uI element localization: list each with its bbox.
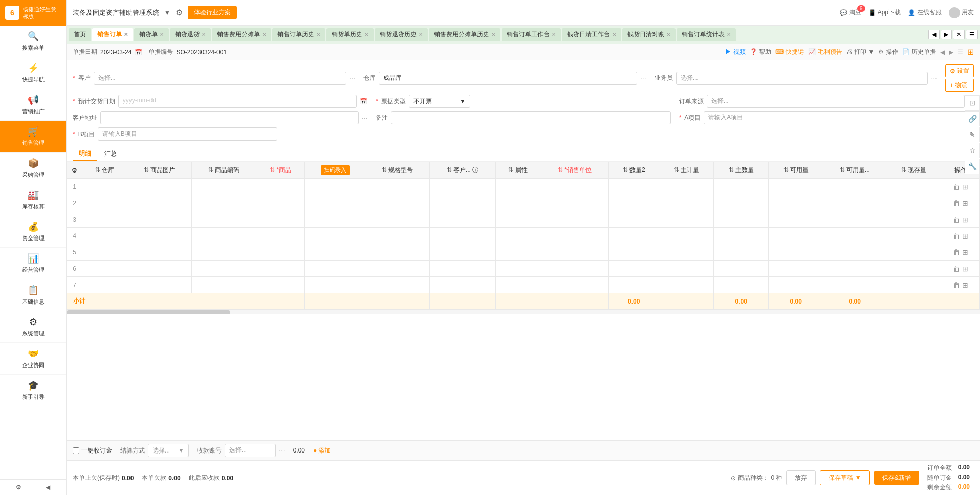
cell-spec-3[interactable]	[365, 211, 429, 228]
service-item[interactable]: 👤 在线客服	[908, 8, 942, 17]
rfloat-btn-2[interactable]: 🔗	[965, 111, 980, 126]
cell-code-2[interactable]	[191, 195, 256, 211]
tab-return-history[interactable]: 销货单历史 ✕	[326, 28, 374, 41]
copy-row-1-icon[interactable]: ⊞	[962, 183, 968, 191]
warehouse-input[interactable]: 成品库	[379, 72, 637, 85]
tab-sales-fee[interactable]: 销售费用分摊单 ✕	[212, 28, 271, 41]
delivery-date-calendar-icon[interactable]: 📅	[360, 98, 367, 105]
cell-product-2[interactable]	[256, 195, 305, 211]
cell-spec-5[interactable]	[365, 244, 429, 261]
sidebar-item-enterprise[interactable]: 🤝 企业协同	[0, 343, 66, 375]
th-product[interactable]: ⇅ *商品	[256, 162, 305, 179]
scan-btn[interactable]: 扫码录入	[321, 165, 350, 175]
cell-unit-2[interactable]	[540, 195, 609, 211]
print-btn[interactable]: 🖨 打印 ▼	[846, 48, 875, 56]
cell-main-qty-5[interactable]	[714, 244, 769, 261]
project-b-input[interactable]: 请输入B项目	[98, 127, 277, 141]
cell-unit-4[interactable]	[540, 228, 609, 244]
delete-row-3-icon[interactable]: 🗑	[953, 216, 960, 224]
scrollbar-thumb[interactable]	[67, 310, 230, 314]
settings-icon-topbar[interactable]: ⚙	[176, 8, 183, 17]
cell-attribute-7[interactable]	[495, 277, 540, 293]
cell-qty2-4[interactable]	[609, 228, 659, 244]
tab-fee-history-close[interactable]: ✕	[491, 32, 495, 37]
cell-product-7[interactable]	[256, 277, 305, 293]
th-scan[interactable]: 扫码录入	[305, 162, 365, 179]
copy-row-4-icon[interactable]: ⊞	[962, 232, 968, 240]
cell-qty2-5[interactable]	[609, 244, 659, 261]
cell-spec-7[interactable]	[365, 277, 429, 293]
user-item[interactable]: 用友	[949, 7, 974, 18]
cell-warehouse-7[interactable]	[82, 277, 127, 293]
cell-code-1[interactable]	[191, 179, 256, 195]
tab-return-history-close[interactable]: ✕	[364, 32, 368, 37]
save-draft-btn[interactable]: 保存草稿 ▼	[820, 470, 869, 485]
discard-btn[interactable]: 放弃	[786, 470, 816, 485]
th-gear[interactable]: ⚙	[67, 162, 82, 179]
shortcut-btn[interactable]: ⌨ 快捷键	[775, 48, 804, 56]
tab-prev-btn[interactable]: ◀	[928, 30, 940, 39]
sidebar-item-nav[interactable]: ⚡ 快捷导航	[0, 57, 66, 89]
rfloat-btn-1[interactable]: ⊡	[965, 95, 980, 111]
cell-main-qty-6[interactable]	[714, 261, 769, 277]
date-calendar-icon[interactable]: 📅	[135, 49, 142, 56]
message-icon-item[interactable]: 💬 淘豆 9	[840, 8, 861, 17]
delete-row-5-icon[interactable]: 🗑	[953, 248, 960, 256]
warehouse-more-icon[interactable]: ···	[640, 74, 646, 82]
ops-btn[interactable]: ⚙ 操作	[878, 48, 898, 56]
copy-row-3-icon[interactable]: ⊞	[962, 216, 968, 224]
tab-sales-stats[interactable]: 销售订单统计表 ✕	[677, 28, 736, 41]
cell-product-1[interactable]	[256, 179, 305, 195]
tab-return-goods[interactable]: 销货退货 ✕	[170, 28, 211, 41]
delete-row-4-icon[interactable]: 🗑	[953, 232, 960, 240]
rfloat-btn-5[interactable]: 🔧	[965, 159, 980, 174]
tab-sales-return-close[interactable]: ✕	[160, 32, 164, 37]
delete-row-7-icon[interactable]: 🗑	[953, 281, 960, 289]
sidebar-item-guide[interactable]: 🎓 新手引导	[0, 375, 66, 406]
project-a-input[interactable]: 请输入A项目	[704, 111, 974, 124]
tab-sales-order[interactable]: 销售订单 ✕	[92, 28, 133, 41]
tab-return-goods-close[interactable]: ✕	[202, 32, 206, 37]
cell-main-qty-2[interactable]	[714, 195, 769, 211]
cell-attribute-6[interactable]	[495, 261, 540, 277]
cell-product-3[interactable]	[256, 211, 305, 228]
sidebar-item-inventory[interactable]: 🏭 库存核算	[0, 184, 66, 216]
address-more-icon[interactable]: ···	[362, 114, 368, 122]
tab-order-history[interactable]: 销售订单历史 ✕	[272, 28, 325, 41]
sidebar-item-finance[interactable]: 💰 资金管理	[0, 216, 66, 248]
rfloat-btn-3[interactable]: ✎	[965, 127, 980, 142]
cell-product-5[interactable]	[256, 244, 305, 261]
sidebar-item-marketing[interactable]: 📢 营销推广	[0, 89, 66, 121]
invoice-type-select[interactable]: 不开票 ▼	[409, 95, 470, 108]
cell-attribute-2[interactable]	[495, 195, 540, 211]
cell-customer-code-7[interactable]	[430, 277, 495, 293]
cell-unit-3[interactable]	[540, 211, 609, 228]
cell-spec-2[interactable]	[365, 195, 429, 211]
staff-input[interactable]: 选择...	[676, 72, 928, 85]
cell-unit-1[interactable]	[540, 179, 609, 195]
history-btn[interactable]: 📄 历史单据	[902, 48, 936, 56]
one-click-deposit-checkbox[interactable]	[73, 447, 79, 454]
copy-row-6-icon[interactable]: ⊞	[962, 265, 968, 273]
cell-warehouse-4[interactable]	[82, 228, 127, 244]
tab-order-workbench-close[interactable]: ✕	[552, 32, 556, 37]
tab-menu-btn[interactable]: ☰	[966, 30, 978, 39]
cell-spec-1[interactable]	[365, 179, 429, 195]
payment-method-select[interactable]: 选择... ▼	[148, 444, 189, 457]
settings-btn[interactable]: ⚙ 设置	[945, 64, 974, 77]
delete-row-1-icon[interactable]: 🗑	[953, 183, 960, 191]
add-btn[interactable]: ● 添加	[313, 446, 331, 455]
delete-row-2-icon[interactable]: 🗑	[953, 199, 960, 207]
sidebar-settings-icon[interactable]: ⚙	[16, 484, 21, 491]
order-source-input[interactable]: 选择...	[707, 95, 965, 108]
sidebar-item-purchase[interactable]: 📦 采购管理	[0, 153, 66, 184]
sidebar-item-sales[interactable]: 🛒 销售管理	[0, 121, 66, 153]
cell-qty2-1[interactable]	[609, 179, 659, 195]
logistics-btn[interactable]: + 物流	[945, 79, 974, 92]
tab-cash-daily-close[interactable]: ✕	[612, 32, 616, 37]
cell-main-qty-4[interactable]	[714, 228, 769, 244]
remark-input[interactable]	[391, 111, 670, 124]
tab-home[interactable]: 首页	[69, 28, 91, 41]
customer-input[interactable]: 选择...	[94, 72, 346, 85]
cell-code-6[interactable]	[191, 261, 256, 277]
